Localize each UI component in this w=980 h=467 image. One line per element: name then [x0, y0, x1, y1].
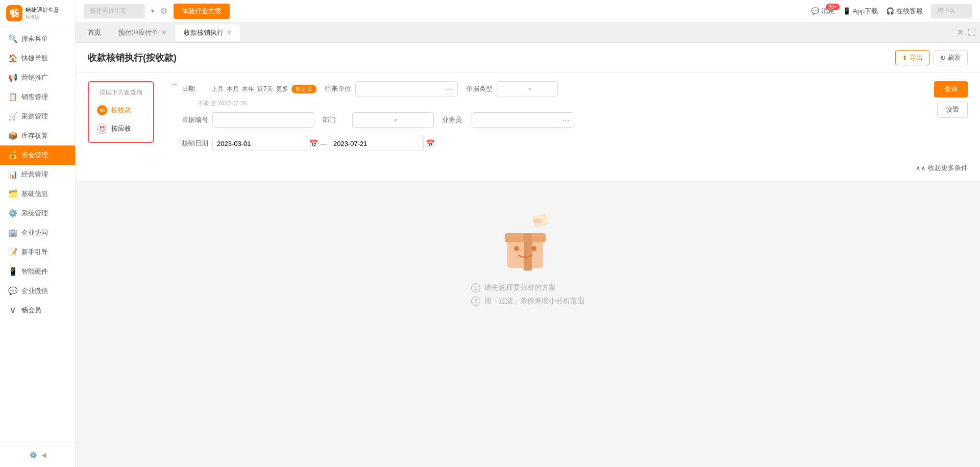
tab-prepay-close[interactable]: ✕	[161, 29, 166, 36]
sidebar-item-search[interactable]: 🔍 搜索菜单	[0, 29, 75, 48]
sidebar-collapse-btn[interactable]: ◀	[41, 451, 46, 459]
filter-date-field: 日期 上月 本月 本年 近7天 更多 自定义	[182, 84, 316, 93]
verify-start-calendar-icon[interactable]: 📅	[309, 139, 318, 148]
staff-input[interactable]	[476, 116, 562, 124]
page-header: 收款核销执行(按收款) ⬆ 导出 ↻ 刷新	[76, 43, 980, 73]
sidebar: 畅 畅捷通好生意 标准版 🔍 搜索菜单 🏠 快捷导航 📢 营销推广 📋 销售管理…	[0, 0, 76, 467]
sidebar-item-finance[interactable]: 💰 资金管理	[0, 145, 75, 165]
filter-by-receipt[interactable]: 💴 按收款	[89, 101, 153, 119]
sidebar-item-sales[interactable]: 📋 销售管理	[0, 87, 75, 107]
collapse-icon: ∧∧	[916, 164, 926, 172]
settings-icon: ⚙️	[29, 451, 37, 459]
collapse-more-btn[interactable]: ∧∧ 收起更多条件	[182, 163, 968, 173]
solution-button[interactable]: 体验行业方案	[174, 4, 230, 19]
date-custom-tag[interactable]: 自定义	[291, 85, 316, 93]
message-btn[interactable]: 💬 消息 99+	[811, 7, 835, 16]
filter-row-2: 单据编号 部门 ▾	[182, 112, 574, 128]
filter-counterpart-field: 往来单位 ···	[325, 81, 458, 96]
filter-staff-field: 业务员 ···	[442, 112, 574, 128]
filter-doctype-field: 单据类型 ▾	[466, 81, 558, 96]
app-download-btn[interactable]: 📱 App下载	[843, 7, 878, 16]
date-this-year[interactable]: 本年	[242, 85, 254, 93]
sidebar-item-wechat[interactable]: 💬 企业微信	[0, 281, 75, 301]
tab-verify-close[interactable]: ✕	[227, 29, 232, 36]
filter-dept-field: 部门 ▾	[323, 112, 434, 128]
refresh-button[interactable]: ↻ 刷新	[934, 50, 968, 65]
export-button[interactable]: ⬆ 导出	[895, 50, 929, 65]
staff-input-wrap: ···	[472, 112, 574, 128]
service-btn[interactable]: 🎧 在线客服	[886, 7, 923, 16]
sidebar-item-basic[interactable]: 🗂️ 基础信息	[0, 184, 75, 204]
sidebar-item-quick[interactable]: 🏠 快捷导航	[0, 48, 75, 68]
member-icon: V	[8, 307, 17, 314]
main-area: 畅捷通好生意 ▾ ⚙ 体验行业方案 💬 消息 99+ 📱 App下载 🎧 在线客…	[76, 0, 980, 467]
hint-item-1: 1 请先选择要分析的方案	[471, 283, 584, 292]
export-icon: ⬆	[902, 54, 908, 62]
sidebar-item-enterprise[interactable]: 🏢 企业协同	[0, 223, 75, 242]
refresh-icon: ↻	[940, 54, 946, 62]
verify-end-calendar-icon[interactable]: 📅	[426, 139, 434, 148]
tab-verify[interactable]: 收款核销执行 ✕	[176, 24, 240, 41]
message-icon: 💬	[811, 7, 819, 15]
enterprise-icon: 🏢	[8, 228, 17, 237]
verify-date-start[interactable]	[212, 136, 307, 151]
tab-home[interactable]: 首页	[80, 24, 109, 41]
hardware-icon: 📱	[8, 267, 17, 276]
sidebar-item-guide[interactable]: 📝 新手引导	[0, 242, 75, 262]
filter-by-receivable[interactable]: ⏰ 按应收	[89, 119, 153, 138]
topbar: 畅捷通好生意 ▾ ⚙ 体验行业方案 💬 消息 99+ 📱 App下载 🎧 在线客…	[76, 0, 980, 22]
system-icon: ⚙️	[8, 209, 17, 218]
empty-illustration	[497, 212, 558, 273]
sidebar-item-operation[interactable]: 📊 经营管理	[0, 165, 75, 184]
sidebar-item-purchase[interactable]: 🛒 采购管理	[0, 107, 75, 126]
svg-rect-2	[524, 233, 532, 271]
receipt-icon: 💴	[97, 105, 107, 115]
settings-button[interactable]: 设置	[937, 102, 968, 118]
sidebar-item-member[interactable]: V 畅会员	[0, 301, 75, 320]
tab-window-actions: ✕ ⛶	[957, 28, 976, 37]
tab-prepay[interactable]: 预付冲应付单 ✕	[110, 24, 175, 41]
verify-date-inputs: 📅 — 📅	[212, 136, 434, 151]
page-actions: ⬆ 导出 ↻ 刷新	[895, 50, 968, 72]
doctype-select[interactable]: ▾	[497, 81, 558, 96]
sidebar-settings-btn[interactable]: ⚙️ ◀	[0, 447, 75, 463]
sidebar-item-hardware[interactable]: 📱 智能硬件	[0, 262, 75, 281]
page-title: 收款核销执行(按收款)	[88, 52, 177, 71]
user-avatar[interactable]: 用户名	[931, 4, 972, 18]
verify-date-end[interactable]	[329, 136, 424, 151]
date-last-month[interactable]: 上月	[211, 85, 224, 93]
sidebar-item-system[interactable]: ⚙️ 系统管理	[0, 204, 75, 223]
counterpart-input-wrap: ···	[355, 81, 458, 96]
close-window-btn[interactable]: ✕	[957, 28, 964, 37]
filter-main: 日期 上月 本月 本年 近7天 更多 自定义	[182, 81, 968, 173]
counterpart-input[interactable]	[360, 85, 446, 93]
search-icon: 🔍	[8, 34, 17, 43]
basic-icon: 🗂️	[8, 189, 17, 199]
sidebar-bottom: ⚙️ ◀	[0, 443, 75, 467]
topbar-gear-icon[interactable]: ⚙	[160, 6, 167, 16]
topbar-brand: 畅捷通好生意	[84, 4, 145, 18]
home-icon: 🏠	[8, 54, 17, 63]
dept-select[interactable]: ▾	[352, 112, 434, 128]
chevron-down-icon: ▾	[528, 85, 553, 93]
filter-scheme-panel: 按以下方案查询 💴 按收款 ⏰ 按应收	[88, 81, 154, 143]
date-7days[interactable]: 近7天	[257, 85, 273, 93]
sales-icon: 📋	[8, 92, 17, 102]
empty-state: 1 请先选择要分析的方案 2 用「过滤」条件来缩小分析范围	[76, 181, 980, 340]
marketing-icon: 📢	[8, 73, 17, 82]
docnum-input[interactable]	[217, 116, 310, 124]
logo-icon: 畅	[6, 5, 22, 21]
query-button[interactable]: 查询	[934, 81, 968, 97]
expand-window-btn[interactable]: ⛶	[968, 28, 976, 37]
sidebar-logo: 畅 畅捷通好生意 标准版	[0, 0, 75, 27]
operation-icon: 📊	[8, 170, 17, 179]
date-more[interactable]: 更多	[276, 85, 288, 93]
finance-icon: 💰	[8, 151, 17, 160]
staff-dots-btn[interactable]: ···	[562, 115, 570, 126]
sidebar-item-inventory[interactable]: 📦 库存核算	[0, 126, 75, 145]
topbar-chevron-icon[interactable]: ▾	[151, 8, 154, 15]
date-this-month[interactable]: 本月	[227, 85, 239, 93]
empty-svg	[497, 212, 558, 273]
counterpart-dots-btn[interactable]: ···	[446, 84, 453, 94]
sidebar-item-marketing[interactable]: 📢 营销推广	[0, 68, 75, 87]
